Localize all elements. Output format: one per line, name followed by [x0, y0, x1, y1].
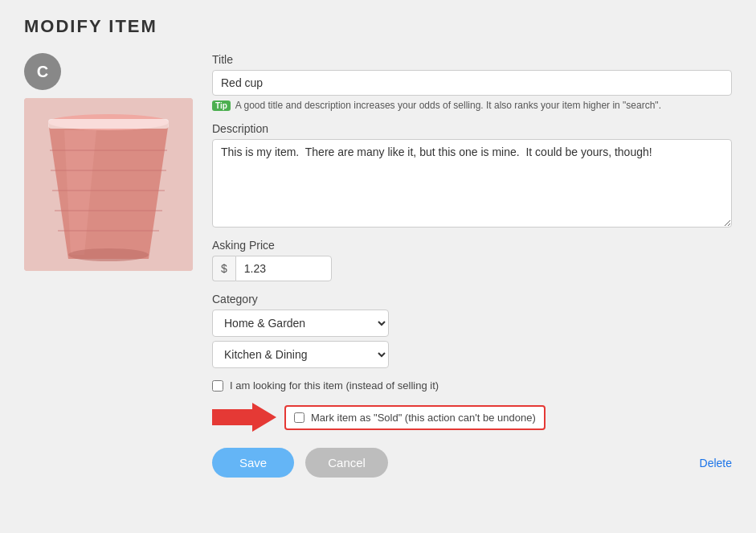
price-input[interactable] [235, 256, 332, 281]
tip-text: A good title and description increases y… [235, 100, 661, 111]
category-field-group: Category Home & Garden Electronics Cloth… [212, 293, 732, 368]
arrow-indicator [212, 403, 276, 432]
price-field-group: Asking Price $ [212, 239, 732, 281]
buttons-row: Save Cancel Delete [212, 448, 732, 478]
page-title: MODIFY ITEM [24, 16, 732, 37]
category-select-1[interactable]: Home & Garden Electronics Clothing [212, 310, 389, 337]
sold-checkbox-label: Mark item as "Sold" (this action can't b… [311, 412, 536, 424]
sold-checkbox-row: Mark item as "Sold" (this action can't b… [284, 405, 546, 430]
title-field-group: Title Tip A good title and description i… [212, 53, 732, 111]
svg-point-9 [68, 248, 149, 261]
svg-marker-11 [212, 403, 276, 432]
price-label: Asking Price [212, 239, 732, 252]
title-label: Title [212, 53, 732, 66]
sold-checkbox[interactable] [294, 412, 304, 423]
category-select-2[interactable]: Kitchen & Dining Furniture Storage [212, 341, 389, 368]
avatar: C [24, 53, 61, 90]
cancel-button[interactable]: Cancel [305, 448, 388, 478]
description-input[interactable] [212, 139, 732, 228]
looking-checkbox-label: I am looking for this item (instead of s… [230, 379, 439, 392]
description-label: Description [212, 122, 732, 135]
item-image [24, 98, 193, 271]
looking-checkbox-row: I am looking for this item (instead of s… [212, 379, 732, 392]
save-button[interactable]: Save [212, 448, 294, 478]
title-input[interactable] [212, 70, 732, 96]
delete-link[interactable]: Delete [700, 457, 732, 469]
looking-checkbox[interactable] [212, 380, 223, 392]
description-field-group: Description [212, 122, 732, 228]
tip-badge: Tip [212, 100, 231, 111]
category-label: Category [212, 293, 732, 305]
price-symbol: $ [212, 256, 235, 281]
svg-rect-10 [48, 119, 169, 129]
